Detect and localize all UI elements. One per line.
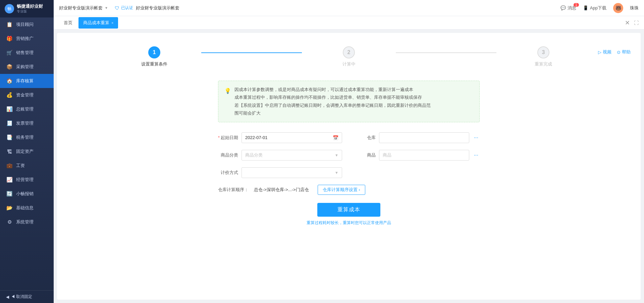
sidebar-item-inventory[interactable]: 🏠 库存核算 bbox=[0, 74, 54, 88]
sidebar-nav: 📋 项目顾问 🎁 营销推广 🛒 销售管理 📦 采购管理 🏠 库存核算 💰 资金管… bbox=[0, 17, 54, 290]
help-link[interactable]: ⊙ 帮助 bbox=[617, 49, 631, 55]
invoice-icon: 🧾 bbox=[6, 120, 13, 127]
message-badge: 1 bbox=[574, 3, 579, 7]
step-1: 1 设置重算条件 bbox=[107, 46, 201, 67]
step-2: 2 计算中 bbox=[302, 46, 396, 67]
video-link[interactable]: ▷ 视频 bbox=[598, 49, 611, 55]
tabs-bar-actions: ✕ ⛶ bbox=[625, 19, 639, 27]
marketing-icon: 🎁 bbox=[6, 35, 13, 42]
content-area: 1 设置重算条件 2 计算中 3 重算完成 ▷ 视频 ⊙ 帮助 bbox=[57, 33, 641, 300]
warehouse-input[interactable] bbox=[379, 132, 469, 143]
product-placeholder: 商品 bbox=[383, 152, 466, 158]
step-3-circle: 3 bbox=[537, 46, 549, 58]
product-input[interactable]: 商品 bbox=[379, 150, 469, 161]
tab-cost-recalc[interactable]: 商品成本重算 × bbox=[78, 17, 118, 29]
sidebar-item-sales[interactable]: 🛒 销售管理 bbox=[0, 46, 54, 60]
sidebar-unpin[interactable]: ◀ ◀ 取消固定 bbox=[0, 290, 54, 303]
warehouse-order-settings-button[interactable]: 仓库计算顺序设置 › bbox=[318, 185, 365, 195]
warehouse-more-icon[interactable]: ··· bbox=[473, 135, 480, 141]
step-line-2 bbox=[396, 52, 496, 53]
start-date-field: 起始日期 2022-07-01 📅 bbox=[218, 132, 342, 143]
account-chevron-icon: ▼ bbox=[105, 6, 108, 10]
product-more-icon[interactable]: ··· bbox=[473, 152, 480, 158]
account-selector[interactable]: 好业财专业版演示帐套 ▼ bbox=[59, 5, 108, 11]
expense-icon: 🔄 bbox=[6, 190, 13, 197]
warehouse-field: 仓库 ··· bbox=[356, 132, 480, 143]
topbar: 好业财专业版演示帐套 ▼ 🛡 已认证 好业财专业版演示帐套 💬 消息 1 📱 A… bbox=[54, 0, 644, 16]
step-1-label: 设置重算条件 bbox=[141, 61, 167, 67]
step-3: 3 重算完成 bbox=[496, 46, 590, 67]
window-expand-icon[interactable]: ⛶ bbox=[634, 20, 639, 26]
accounting-icon: 📊 bbox=[6, 106, 13, 113]
sidebar-item-purchase[interactable]: 📦 采购管理 bbox=[0, 60, 54, 74]
sidebar-item-assets[interactable]: 🏗 固定资产 bbox=[0, 144, 54, 159]
sales-icon: 🛒 bbox=[6, 49, 13, 56]
sidebar-item-expense[interactable]: 🔄 小畅报销 bbox=[0, 187, 54, 201]
product-field: 商品 商品 ··· bbox=[356, 150, 480, 161]
window-close-icon[interactable]: ✕ bbox=[625, 19, 630, 27]
system-icon: ⚙ bbox=[6, 219, 13, 225]
app-download-button[interactable]: 📱 App下载 bbox=[583, 5, 606, 11]
steps-container: 1 设置重算条件 2 计算中 3 重算完成 ▷ 视频 ⊙ 帮助 bbox=[67, 40, 631, 71]
form-row-1: 起始日期 2022-07-01 📅 仓库 ··· bbox=[218, 132, 480, 143]
sidebar-item-project[interactable]: 📋 项目顾问 bbox=[0, 17, 54, 32]
sidebar-item-operation[interactable]: 📈 经营管理 bbox=[0, 173, 54, 187]
sidebar-item-basic[interactable]: 📂 基础信息 bbox=[0, 201, 54, 215]
sidebar-logo-icon: 畅 bbox=[5, 4, 14, 13]
assets-icon: 🏗 bbox=[6, 148, 13, 155]
sidebar-item-finance[interactable]: 💰 资金管理 bbox=[0, 88, 54, 102]
company-name: 好业财专业版演示帐套 bbox=[136, 5, 179, 11]
start-date-input[interactable]: 2022-07-01 📅 bbox=[241, 132, 342, 143]
topbar-right: 💬 消息 1 📱 App下载 🐻 珠珠 bbox=[560, 3, 639, 13]
verified-badge: 🛡 已认证 bbox=[115, 5, 133, 11]
warehouse-order-label: 仓库计算顺序： bbox=[218, 187, 249, 193]
project-icon: 📋 bbox=[6, 21, 13, 28]
category-chevron-icon: ▼ bbox=[335, 153, 338, 157]
step-3-label: 重算完成 bbox=[535, 61, 552, 67]
tab-home[interactable]: 首页 bbox=[59, 17, 77, 29]
main-wrap: 好业财专业版演示帐套 ▼ 🛡 已认证 好业财专业版演示帐套 💬 消息 1 📱 A… bbox=[54, 0, 644, 303]
category-placeholder: 商品分类 bbox=[245, 152, 263, 158]
recalc-hint: 重算过程耗时较长，重算时您可以正常使用产品 bbox=[218, 220, 480, 226]
message-icon: 💬 bbox=[560, 5, 566, 10]
step-1-circle: 1 bbox=[148, 46, 160, 58]
category-label: 商品分类 bbox=[218, 152, 238, 158]
step-2-label: 计算中 bbox=[342, 61, 356, 67]
info-icon: 💡 bbox=[224, 86, 231, 117]
price-method-chevron-icon: ▼ bbox=[335, 171, 338, 175]
user-avatar[interactable]: 🐻 bbox=[613, 3, 623, 13]
sidebar-item-accounting[interactable]: 📊 总账管理 bbox=[0, 102, 54, 116]
price-method-select[interactable]: ▼ bbox=[241, 167, 342, 178]
inventory-icon: 🏠 bbox=[6, 78, 13, 84]
recalc-wrap: 重算成本 重算过程耗时较长，重算时您可以正常使用产品 bbox=[218, 203, 480, 226]
calendar-icon[interactable]: 📅 bbox=[333, 135, 338, 140]
sidebar-logo: 畅 畅捷通好业财 专业版 bbox=[0, 0, 54, 17]
unpin-label: ◀ 取消固定 bbox=[11, 294, 32, 300]
sidebar-item-system[interactable]: ⚙ 系统管理 bbox=[0, 215, 54, 229]
sidebar-logo-text: 畅捷通好业财 专业版 bbox=[17, 4, 43, 14]
product-label: 商品 bbox=[356, 152, 376, 158]
sidebar: 畅 畅捷通好业财 专业版 📋 项目顾问 🎁 营销推广 🛒 销售管理 📦 采购管理… bbox=[0, 0, 54, 303]
warehouse-label: 仓库 bbox=[356, 135, 376, 141]
recalc-button[interactable]: 重算成本 bbox=[317, 203, 380, 217]
messages-button[interactable]: 💬 消息 1 bbox=[560, 5, 576, 11]
warehouse-order-row: 仓库计算顺序： 总仓->深圳仓库->...->门店仓 仓库计算顺序设置 › bbox=[218, 185, 480, 195]
unpin-icon: ◀ bbox=[6, 295, 9, 299]
shield-icon: 🛡 bbox=[115, 5, 119, 11]
tabs-bar: 首页 商品成本重算 × ✕ ⛶ bbox=[54, 16, 644, 30]
username[interactable]: 珠珠 bbox=[630, 5, 639, 11]
sidebar-item-tax[interactable]: 📑 税务管理 bbox=[0, 130, 54, 144]
form-row-2: 商品分类 商品分类 ▼ 商品 商品 ··· bbox=[218, 150, 480, 161]
start-date-value: 2022-07-01 bbox=[245, 135, 330, 140]
warehouse-order-value: 总仓->深圳仓库->...->门店仓 bbox=[254, 187, 309, 193]
salary-icon: 💼 bbox=[6, 162, 13, 169]
tab-close-icon[interactable]: × bbox=[111, 21, 113, 25]
sidebar-item-marketing[interactable]: 🎁 营销推广 bbox=[0, 32, 54, 46]
purchase-icon: 📦 bbox=[6, 63, 13, 70]
sidebar-item-salary[interactable]: 💼 工资 bbox=[0, 159, 54, 173]
start-date-label: 起始日期 bbox=[218, 135, 238, 141]
info-box: 💡 因成本计算参数调整，或是对商品成本有疑问时，可以通过成本重算功能，重新计算一… bbox=[218, 81, 480, 122]
sidebar-item-invoice[interactable]: 🧾 发票管理 bbox=[0, 116, 54, 130]
price-method-field: 计价方式 ▼ bbox=[218, 167, 342, 178]
category-select[interactable]: 商品分类 ▼ bbox=[241, 150, 342, 161]
